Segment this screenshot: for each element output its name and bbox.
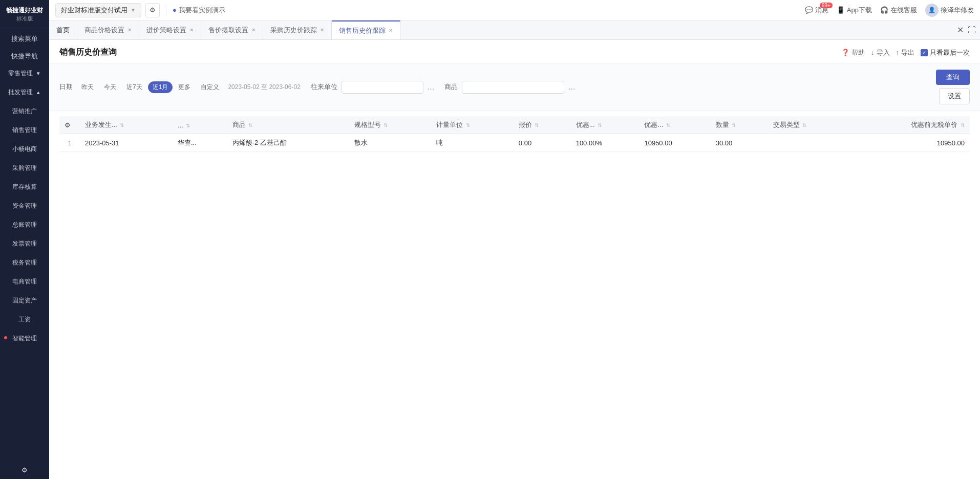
- sidebar-bottom-settings[interactable]: ⚙: [0, 461, 49, 479]
- date-btn-yesterday[interactable]: 昨天: [77, 81, 98, 93]
- sidebar-item-sales[interactable]: 销售管理: [0, 121, 49, 140]
- cell-pretax-price: 10950.00: [850, 134, 970, 152]
- import-link[interactable]: ↓ 导入: [871, 48, 890, 57]
- online-service-button[interactable]: 🎧 在线客服: [880, 6, 917, 15]
- sidebar-item-ecommerce[interactable]: 电商管理: [0, 272, 49, 291]
- sidebar-item-finance[interactable]: 资金管理: [0, 197, 49, 215]
- col-unit[interactable]: 计量单位 ⇅: [431, 116, 514, 134]
- export-link[interactable]: ↑ 导出: [896, 48, 915, 57]
- date-btn-custom[interactable]: 自定义: [196, 81, 224, 93]
- tab-product-price-label: 商品价格设置: [84, 26, 124, 35]
- sidebar-item-inventory[interactable]: 库存核算: [0, 178, 49, 197]
- sidebar-item-search[interactable]: 搜索菜单: [0, 29, 49, 49]
- col-price[interactable]: 报价 ⇅: [514, 116, 571, 134]
- col-spec[interactable]: 规格型号 ⇅: [349, 116, 432, 134]
- date-btn-1month[interactable]: 近1月: [148, 81, 173, 93]
- user-menu[interactable]: 👤 徐泽华修改: [925, 4, 974, 17]
- sidebar-item-invoice[interactable]: 发票管理: [0, 234, 49, 253]
- col-pretax-price[interactable]: 优惠前无税单价 ⇅: [850, 116, 970, 134]
- demo-link[interactable]: ● 我要看实例演示: [173, 6, 225, 15]
- sort-icon: ⇅: [598, 122, 602, 128]
- gear-icon: ⚙: [150, 6, 156, 14]
- tab-home[interactable]: 首页: [49, 20, 77, 39]
- message-icon: 💬: [805, 6, 813, 14]
- col-discount2-label: 优惠...: [644, 121, 663, 128]
- chevron-down-icon: ▼: [131, 7, 136, 13]
- date-range-display: 2023-05-02 至 2023-06-02: [228, 83, 300, 92]
- sidebar-item-purchase[interactable]: 采购管理: [0, 159, 49, 178]
- user-name: 徐泽华修改: [941, 6, 974, 15]
- tab-purchase-strategy-close[interactable]: ✕: [189, 27, 194, 33]
- col-trans-type[interactable]: 交易类型 ⇅: [768, 116, 850, 134]
- sidebar-item-wholesale[interactable]: 批发管理 ▲: [0, 83, 49, 102]
- tab-purchase-strategy[interactable]: 进价策略设置 ✕: [139, 20, 201, 39]
- tab-purchase-history[interactable]: 采购历史价跟踪 ✕: [263, 20, 332, 39]
- play-icon: ●: [173, 6, 177, 14]
- date-btn-more[interactable]: 更多: [174, 81, 195, 93]
- table-header-row: ⚙ 业务发生... ⇅ ... ⇅ 商品 ⇅: [59, 116, 970, 134]
- gear-icon: ⚙: [22, 466, 28, 474]
- source-unit-input[interactable]: [342, 81, 423, 94]
- col-price-label: 报价: [519, 121, 532, 128]
- sidebar-item-marketing[interactable]: 营销推广: [0, 102, 49, 121]
- app-selector-label: 好业财标准版交付试用: [61, 6, 127, 15]
- cell-product: 丙烯酸-2-乙基己酯: [227, 134, 349, 152]
- sidebar-item-quick-nav[interactable]: 快捷导航: [0, 49, 49, 64]
- table-row: 1 2023-05-31 华查... 丙烯酸-2-乙基己酯 散水 吨 0.00 …: [59, 134, 970, 152]
- tab-close-button[interactable]: ✕: [957, 25, 964, 35]
- mobile-icon: 📱: [837, 6, 845, 14]
- sidebar-item-label-tax: 税务管理: [2, 258, 47, 267]
- tab-price-extract-close[interactable]: ✕: [251, 27, 255, 33]
- sidebar-item-label-invoice: 发票管理: [2, 239, 47, 248]
- tab-price-extract[interactable]: 售价提取设置 ✕: [201, 20, 263, 39]
- import-icon: ↓: [871, 49, 875, 56]
- col-discount2[interactable]: 优惠... ⇅: [639, 116, 710, 134]
- tab-home-label: 首页: [56, 26, 70, 35]
- product-dots[interactable]: ...: [568, 82, 575, 92]
- query-button[interactable]: 查询: [936, 70, 970, 85]
- col-product[interactable]: 商品 ⇅: [227, 116, 349, 134]
- sidebar-logo: 畅捷通好业财 标准版: [0, 0, 49, 29]
- tab-sales-history-close[interactable]: ✕: [389, 28, 393, 33]
- date-btn-today[interactable]: 今天: [99, 81, 121, 93]
- col-extra[interactable]: ... ⇅: [173, 116, 227, 134]
- date-btn-7days[interactable]: 近7天: [122, 81, 147, 93]
- logo-sub: 标准版: [4, 15, 45, 23]
- tab-sales-history[interactable]: 销售历史价跟踪 ✕: [332, 20, 400, 39]
- tab-purchase-history-close[interactable]: ✕: [320, 27, 324, 33]
- date-buttons: 昨天 今天 近7天 近1月 更多 自定义: [77, 81, 224, 93]
- col-business-date-label: 业务发生...: [85, 121, 117, 128]
- tab-product-price[interactable]: 商品价格设置 ✕: [77, 20, 139, 39]
- topbar-settings-button[interactable]: ⚙: [145, 3, 160, 17]
- source-unit-dots[interactable]: ...: [428, 82, 434, 92]
- sidebar-item-label-wholesale: 批发管理: [8, 89, 33, 96]
- filter-settings-button[interactable]: 设置: [939, 88, 970, 104]
- app-download-button[interactable]: 📱 App下载: [837, 6, 872, 15]
- sort-icon: ⇅: [186, 123, 190, 128]
- sidebar-item-retail[interactable]: 零售管理 ▼: [0, 64, 49, 83]
- sidebar-item-tax[interactable]: 税务管理: [0, 253, 49, 272]
- tab-product-price-close[interactable]: ✕: [127, 27, 132, 33]
- only-last-checkbox-label[interactable]: ✓ 只看最后一次: [921, 48, 970, 57]
- only-last-checkbox[interactable]: ✓: [921, 49, 928, 56]
- sidebar-item-fixed-assets[interactable]: 固定资产: [0, 291, 49, 310]
- tab-expand-button[interactable]: ⛶: [968, 26, 976, 35]
- col-product-label: 商品: [232, 121, 246, 128]
- sidebar-item-label-marketing: 营销推广: [2, 107, 47, 116]
- col-business-date[interactable]: 业务发生... ⇅: [80, 116, 173, 134]
- sidebar-item-label-sales: 销售管理: [2, 126, 47, 135]
- help-link[interactable]: ❓ 帮助: [841, 48, 865, 57]
- sidebar-item-label-salary: 工资: [2, 315, 47, 324]
- col-quantity[interactable]: 数量 ⇅: [711, 116, 768, 134]
- col-discount1[interactable]: 优惠... ⇅: [571, 116, 640, 134]
- message-button[interactable]: 💬 消息 99+: [805, 6, 828, 15]
- app-selector[interactable]: 好业财标准版交付试用 ▼: [55, 3, 141, 17]
- sidebar-item-salary[interactable]: 工资: [0, 310, 49, 329]
- sidebar-item-smart[interactable]: 智能管理: [0, 329, 49, 348]
- col-settings[interactable]: ⚙: [59, 116, 80, 134]
- sidebar-item-general-ledger[interactable]: 总账管理: [0, 215, 49, 234]
- topbar: 好业财标准版交付试用 ▼ ⚙ ● 我要看实例演示 💬 消息 99+ 📱 App下…: [49, 0, 980, 20]
- sidebar-item-ecommerce-xiao[interactable]: 小畅电商: [0, 140, 49, 159]
- product-input[interactable]: [462, 81, 564, 94]
- filter-bar: 日期 昨天 今天 近7天 近1月 更多 自定义 2023-05-02 至 202…: [49, 63, 980, 111]
